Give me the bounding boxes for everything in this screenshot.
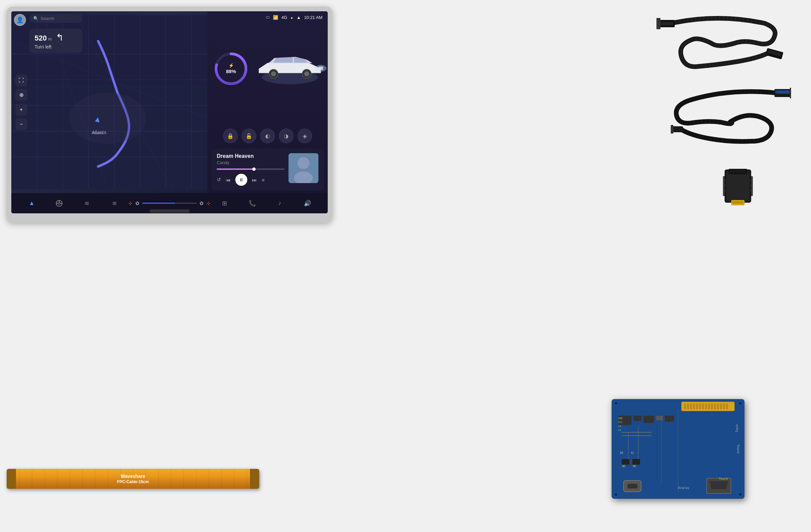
nav-instruction: 520 m ↰ Turn left (29, 29, 82, 53)
music-progress-bar[interactable] (217, 169, 285, 170)
music-title: Dream Heaven (217, 153, 285, 159)
wifi-icon: ▲ (296, 15, 301, 20)
unlock-button[interactable]: 🔓 (242, 129, 256, 143)
fpc-cable-area: Waveshare FPC-Cable-15cm (7, 456, 266, 502)
screen: Atlanta Atlanta 👤 🔍 Search 520 m ↰ Turn … (11, 11, 328, 213)
steering-icon[interactable] (46, 200, 73, 207)
right-panel: ⚡ 88% (208, 11, 328, 193)
music-album-art (289, 153, 318, 183)
svg-text:⚡: ⚡ (228, 63, 234, 68)
svg-point-25 (304, 72, 309, 76)
zoom-out-button[interactable]: − (15, 118, 27, 130)
repeat-button[interactable]: ↺ (217, 177, 221, 183)
svg-text:CA: CA (618, 425, 621, 428)
prev-button[interactable]: ⏮ (226, 177, 231, 183)
svg-rect-37 (660, 22, 673, 25)
fan-icon[interactable]: ✿ (135, 200, 140, 206)
light-low-button[interactable]: ◐ (260, 129, 275, 143)
fpc-flat-cable: Waveshare FPC-Cable-15cm (7, 469, 259, 489)
nav-distance-unit: m (48, 36, 52, 42)
car-image (253, 49, 326, 89)
heat-icon[interactable]: ⊹ (128, 200, 133, 206)
search-icon: 🔍 (33, 16, 39, 21)
svg-text:VCC: VCC (618, 421, 623, 424)
pcb-display-label: Touch (719, 477, 728, 481)
svg-rect-57 (750, 179, 752, 182)
fpc-logo: Waveshare (117, 473, 149, 479)
display-unit: Atlanta Atlanta 👤 🔍 Search 520 m ↰ Turn … (7, 7, 332, 223)
svg-text:NO: NO (622, 465, 626, 468)
search-placeholder: Search (41, 16, 54, 21)
lock-button[interactable]: 🔒 (223, 129, 238, 143)
heat2-icon[interactable]: ⊹ (206, 200, 211, 206)
svg-rect-54 (724, 179, 725, 182)
svg-point-32 (58, 202, 60, 204)
pcb-touch-label: Touch (736, 444, 739, 453)
music-progress-dot (252, 168, 256, 171)
time-display: 10:21 AM (304, 15, 322, 20)
hazard-button[interactable]: ◈ (297, 129, 312, 143)
hdmi-cable-area (652, 10, 784, 76)
svg-text:CA: CA (618, 429, 621, 432)
city-name: Atlanta (92, 129, 106, 135)
svg-rect-43 (790, 88, 791, 98)
fullscreen-button[interactable]: ⛶ (15, 75, 27, 87)
svg-rect-49 (730, 170, 746, 173)
apps-icon[interactable]: ⊞ (211, 200, 238, 207)
svg-point-23 (271, 72, 276, 76)
avatar[interactable]: 👤 (14, 14, 26, 26)
svg-rect-67 (632, 459, 640, 465)
svg-rect-66 (622, 459, 629, 465)
volume-icon[interactable]: 🔊 (293, 200, 321, 207)
hdmi-adapter-area (705, 163, 771, 223)
usb-c-port (623, 480, 642, 492)
pcb-board: NO NO A0 A1 Touch Display GND VCC CA CA (612, 399, 745, 499)
music-artist: Candy (217, 160, 285, 165)
phone-icon[interactable]: 📞 (238, 200, 266, 207)
battery-circle: ⚡ 88% (213, 50, 249, 87)
climate-slider[interactable] (142, 203, 197, 204)
seat-heat1-icon[interactable]: ≋ (73, 200, 101, 207)
pcb-board-area: NO NO A0 A1 Touch Display GND VCC CA CA (612, 399, 758, 519)
nav-distance-number: 520 (34, 34, 47, 43)
svg-rect-47 (726, 171, 750, 201)
seat-heat2-icon[interactable]: ≋ (101, 200, 128, 207)
svg-rect-51 (732, 201, 744, 204)
music-nav-icon[interactable]: ♪ (266, 200, 293, 207)
svg-rect-38 (656, 18, 660, 29)
signal-icon: 📶 (273, 15, 278, 20)
map-area: Atlanta Atlanta 👤 🔍 Search 520 m ↰ Turn … (11, 11, 208, 193)
playlist-button[interactable]: ≡ (262, 177, 264, 183)
svg-rect-58 (750, 184, 752, 187)
svg-rect-56 (724, 189, 725, 192)
zoom-in-button[interactable]: + (15, 104, 27, 116)
pcb-hole-tr (738, 401, 743, 406)
battery-section: ⚡ 88% (208, 11, 328, 126)
fpc-cable-label: FPC-Cable-15cm (117, 480, 149, 484)
music-controls: ↺ ⏮ ⏸ ⏭ ≡ (217, 174, 285, 186)
speaker-strip (150, 209, 189, 213)
light-high-button[interactable]: ◑ (279, 129, 293, 143)
nav-bottom-icon[interactable]: ▲ (18, 200, 46, 207)
music-info: Dream Heaven Candy ↺ ⏮ ⏸ ⏭ ≡ (217, 153, 285, 186)
next-button[interactable]: ⏭ (252, 177, 257, 183)
play-pause-button[interactable]: ⏸ (235, 174, 247, 186)
signal-strength: 4G (281, 15, 287, 20)
svg-text:88%: 88% (226, 68, 236, 74)
music-progress-fill (217, 169, 254, 170)
map-controls: ⛶ ⊕ + − (15, 75, 27, 130)
svg-text:Display: Display (678, 486, 689, 489)
location-button[interactable]: ⊕ (15, 89, 27, 101)
car-controls: 🔒 🔓 ◐ ◑ ◈ (208, 126, 328, 146)
search-bar[interactable]: 🔍 Search (29, 14, 82, 23)
svg-text:NO: NO (633, 465, 636, 468)
nav-turn-arrow: ↰ (56, 32, 63, 43)
navigation-arrow: ▲ (93, 114, 102, 125)
svg-point-16 (69, 93, 146, 144)
usb-cable-area (665, 83, 791, 156)
bluetooth-icon: ⬥ (291, 15, 293, 20)
music-player: Dream Heaven Candy ↺ ⏮ ⏸ ⏭ ≡ (211, 148, 324, 190)
pcb-hole-br (738, 492, 743, 497)
nav-instruction-text: Turn left (34, 44, 77, 49)
fan2-icon[interactable]: ✿ (199, 200, 204, 206)
